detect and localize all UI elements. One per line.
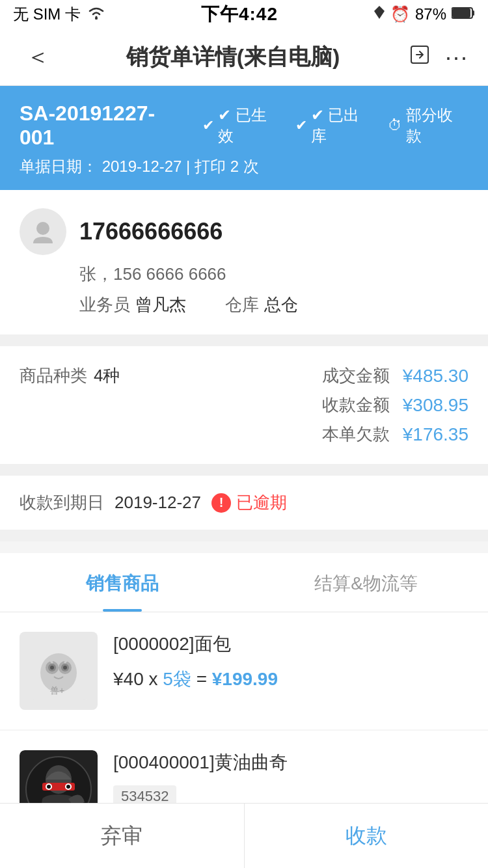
clock-icon: ⏱ [388, 117, 402, 134]
due-label: 收款到期日 [20, 491, 104, 514]
svg-rect-2 [472, 10, 474, 16]
debt-amount: 本单欠款 ¥176.35 [322, 423, 468, 446]
svg-text:兽+: 兽+ [50, 685, 64, 696]
svg-rect-3 [452, 8, 470, 18]
customer-sub: 张，156 6666 6666 [79, 263, 468, 286]
alarm-icon: ⏰ [390, 5, 410, 23]
order-date: 2019-12-27 [102, 157, 182, 175]
page-title: 销货单详情(来自电脑) [126, 42, 340, 72]
section-divider-3 [0, 530, 488, 541]
tabs-section: 销售商品 结算&物流等 [0, 553, 488, 612]
section-divider-1 [0, 334, 488, 346]
location-icon [373, 5, 385, 23]
deal-amount: 成交金额 ¥485.30 [322, 364, 468, 387]
battery-icon [452, 5, 475, 23]
svg-point-12 [50, 666, 54, 670]
svg-point-22 [66, 785, 70, 789]
battery-percent: 87% [415, 5, 446, 23]
badge-effective: ✔ ✔ 已生效 [202, 105, 282, 146]
tab-sales-goods[interactable]: 销售商品 [0, 553, 244, 612]
sim-status: 无 SIM 卡 [13, 4, 81, 25]
wifi-icon [87, 5, 105, 23]
badge-shipped-text: ✔ 已出库 [311, 105, 375, 146]
collect-label: 收款金额 [322, 394, 390, 416]
collect-button[interactable]: 收款 [245, 804, 489, 868]
debt-label: 本单欠款 [322, 423, 390, 446]
tab-settlement[interactable]: 结算&物流等 [244, 553, 488, 612]
bottom-bar: 弃审 收款 [0, 803, 488, 868]
staff-info: 业务员 曾凡杰 [79, 293, 186, 316]
check-icon-2: ✔ [295, 117, 307, 134]
customer-row: 17666666666 [20, 208, 468, 255]
list-item: 兽+ [0000002]面包 ¥40 x 5袋 = ¥199.99 [0, 612, 488, 729]
status-bar-left: 无 SIM 卡 [13, 4, 105, 25]
svg-point-0 [95, 17, 98, 20]
order-header-row1: SA-20191227-001 ✔ ✔ 已生效 ✔ ✔ 已出库 ⏱ 部分收款 [20, 102, 468, 150]
svg-point-13 [63, 666, 67, 670]
product-name-2: [000400001]黄油曲奇 [113, 750, 468, 775]
tab-settlement-label: 结算&物流等 [314, 573, 418, 593]
collect-amount: 收款金额 ¥308.95 [322, 394, 468, 416]
product-name-1: [0000002]面包 [113, 632, 468, 657]
product-thumb-1: 兽+ [20, 632, 98, 710]
staff-label: 业务员 [79, 293, 130, 316]
share-icon[interactable] [410, 45, 429, 70]
due-date-value: 2019-12-27 [115, 493, 201, 513]
product-qty-1: 5袋 [163, 669, 191, 689]
product-eq-1: = [197, 669, 212, 689]
overdue-icon: ! [211, 493, 231, 513]
more-icon[interactable]: ··· [445, 44, 468, 71]
collect-value: ¥308.95 [403, 395, 468, 416]
cancel-review-button[interactable]: 弃审 [0, 804, 245, 868]
stats-amounts: 成交金额 ¥485.30 收款金额 ¥308.95 本单欠款 ¥176.35 [322, 364, 468, 446]
warehouse-name: 总仓 [264, 293, 298, 316]
warehouse-label: 仓库 [225, 293, 259, 316]
product-total-1: ¥199.99 [212, 669, 278, 689]
nav-bar: ＜ 销货单详情(来自电脑) ··· [0, 29, 488, 86]
product-price-1: ¥40 x [113, 669, 163, 689]
deal-label: 成交金额 [322, 364, 390, 387]
badge-partial: ⏱ 部分收款 [388, 105, 468, 146]
overdue-badge: ! 已逾期 [211, 491, 287, 514]
back-button[interactable]: ＜ [20, 34, 56, 79]
product-price-row-1: ¥40 x 5袋 = ¥199.99 [113, 667, 468, 692]
nav-actions: ··· [410, 44, 468, 71]
deal-value: ¥485.30 [403, 366, 468, 387]
customer-info-row: 业务员 曾凡杰 仓库 总仓 [79, 293, 468, 316]
stats-row: 商品种类 4种 成交金额 ¥485.30 收款金额 ¥308.95 本单欠款 ¥… [20, 364, 468, 446]
product-info-1: [0000002]面包 ¥40 x 5袋 = ¥199.99 [113, 632, 468, 692]
debt-value: ¥176.35 [403, 424, 468, 445]
date-label: 单据日期： [20, 157, 98, 175]
warehouse-info: 仓库 总仓 [225, 293, 298, 316]
cancel-review-label: 弃审 [101, 822, 142, 850]
due-section: 收款到期日 2019-12-27 ! 已逾期 [0, 476, 488, 530]
status-bar-right: ⏰ 87% [373, 5, 475, 23]
section-divider-2 [0, 464, 488, 476]
check-icon-1: ✔ [202, 117, 214, 134]
print-info: 打印 2 次 [195, 157, 259, 175]
badge-shipped: ✔ ✔ 已出库 [295, 105, 375, 146]
type-label: 商品种类 [20, 364, 87, 387]
badge-partial-text: 部分收款 [406, 105, 468, 146]
svg-point-21 [47, 785, 51, 789]
divider-bar: | [186, 157, 195, 175]
tab-sales-goods-label: 销售商品 [86, 573, 159, 593]
order-id: SA-20191227-001 [20, 102, 189, 150]
badge-effective-text: ✔ 已生效 [218, 105, 282, 146]
status-bar-time: 下午4:42 [201, 2, 278, 27]
staff-name: 曾凡杰 [135, 293, 186, 316]
customer-section: 17666666666 张，156 6666 6666 业务员 曾凡杰 仓库 总… [0, 190, 488, 334]
overdue-text: 已逾期 [236, 491, 287, 514]
avatar [20, 208, 66, 255]
order-header: SA-20191227-001 ✔ ✔ 已生效 ✔ ✔ 已出库 ⏱ 部分收款 单… [0, 86, 488, 190]
collect-label: 收款 [346, 822, 387, 850]
customer-name: 17666666666 [79, 218, 223, 245]
svg-point-5 [36, 222, 49, 235]
type-count: 4种 [94, 364, 120, 387]
order-header-row2: 单据日期： 2019-12-27 | 打印 2 次 [20, 156, 468, 177]
status-bar: 无 SIM 卡 下午4:42 ⏰ 87% [0, 0, 488, 29]
stats-type: 商品种类 4种 [20, 364, 120, 387]
stats-section: 商品种类 4种 成交金额 ¥485.30 收款金额 ¥308.95 本单欠款 ¥… [0, 346, 488, 464]
